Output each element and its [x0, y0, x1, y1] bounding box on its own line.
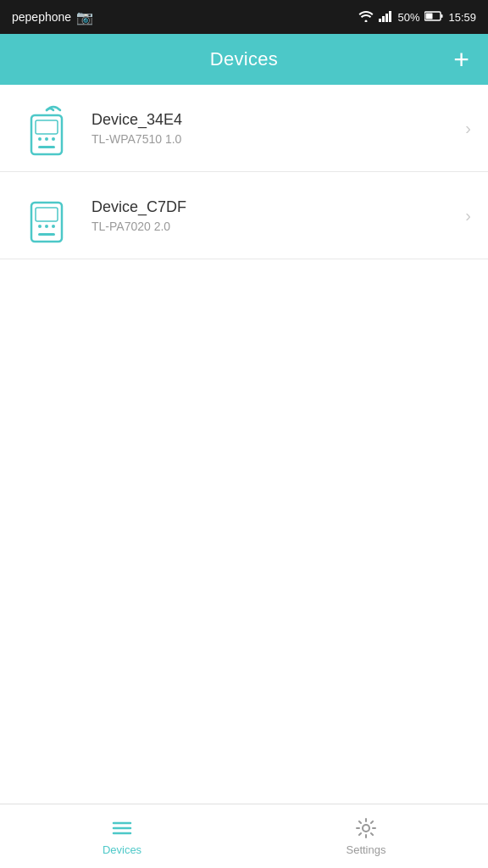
- device-icon-wrap: [17, 98, 76, 158]
- chevron-right-icon-2: ›: [465, 206, 471, 225]
- svg-rect-2: [382, 16, 385, 22]
- device-name-2: Device_C7DF: [92, 198, 458, 216]
- svg-point-17: [45, 225, 48, 228]
- svg-point-18: [52, 225, 55, 228]
- svg-rect-3: [385, 14, 388, 22]
- chevron-right-icon-1: ›: [465, 119, 471, 138]
- wifi-icon: [358, 10, 374, 25]
- device-model-1: TL-WPA7510 1.0: [92, 132, 458, 146]
- status-right: 50% 15:59: [358, 10, 476, 25]
- status-bar: pepephone 📷 50%: [0, 0, 488, 34]
- tab-settings[interactable]: Settings: [244, 804, 488, 868]
- battery-icon: [424, 11, 443, 24]
- svg-point-16: [38, 225, 42, 228]
- device-item[interactable]: Device_34E4 TL-WPA7510 1.0 ›: [0, 85, 488, 172]
- battery-level: 50%: [397, 11, 419, 24]
- svg-point-10: [38, 137, 42, 141]
- device-icon-wrap-2: [17, 186, 76, 245]
- svg-rect-9: [36, 120, 58, 134]
- svg-point-0: [365, 19, 368, 22]
- device-item-2[interactable]: Device_C7DF TL-PA7020 2.0 ›: [0, 172, 488, 259]
- svg-point-12: [52, 137, 55, 141]
- nav-title: Devices: [210, 48, 278, 70]
- tab-devices[interactable]: Devices: [0, 804, 244, 868]
- svg-rect-15: [36, 208, 58, 221]
- svg-rect-4: [389, 11, 391, 22]
- svg-rect-13: [38, 146, 55, 148]
- tab-bar: Devices Settings: [0, 804, 488, 868]
- device-list: Device_34E4 TL-WPA7510 1.0 ›: [0, 85, 488, 259]
- router-icon-2: [23, 186, 70, 245]
- svg-point-11: [45, 137, 48, 141]
- svg-rect-7: [441, 14, 443, 18]
- svg-point-23: [363, 825, 369, 832]
- settings-tab-label: Settings: [347, 843, 386, 856]
- signal-icon: [379, 10, 392, 25]
- carrier-name: pepephone: [12, 10, 71, 24]
- device-model-2: TL-PA7020 2.0: [92, 220, 458, 233]
- device-info-2: Device_C7DF TL-PA7020 2.0: [92, 198, 458, 233]
- devices-tab-icon: [110, 816, 134, 840]
- status-left: pepephone 📷: [12, 9, 93, 25]
- nav-bar: Devices +: [0, 34, 488, 85]
- add-device-button[interactable]: +: [450, 42, 473, 76]
- device-name-1: Device_34E4: [92, 111, 458, 129]
- settings-tab-icon: [354, 816, 378, 840]
- router-icon-1: [23, 98, 70, 158]
- svg-rect-19: [38, 233, 55, 236]
- main-content: Device_34E4 TL-WPA7510 1.0 ›: [0, 85, 488, 804]
- time: 15:59: [448, 11, 476, 24]
- camera-icon: 📷: [76, 9, 93, 25]
- device-info-1: Device_34E4 TL-WPA7510 1.0: [92, 111, 458, 146]
- devices-tab-label: Devices: [103, 843, 141, 856]
- svg-rect-6: [426, 13, 433, 19]
- svg-rect-1: [379, 19, 381, 22]
